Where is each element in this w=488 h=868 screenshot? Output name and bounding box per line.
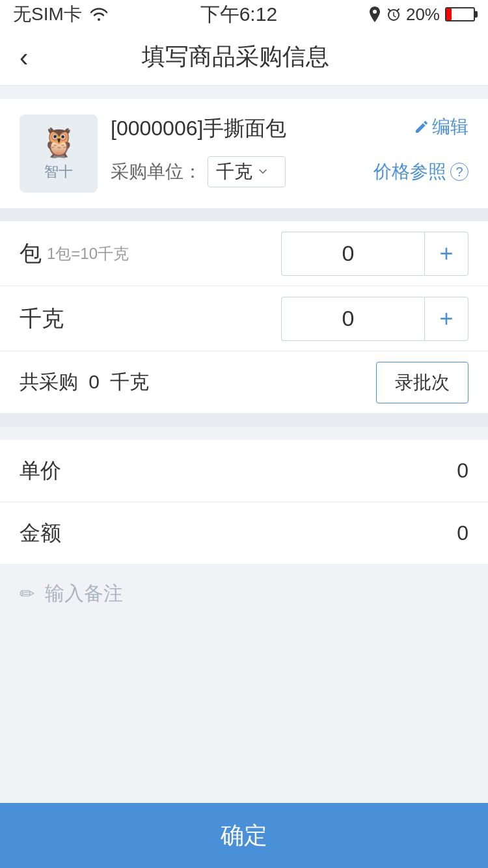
- product-unit-row: 采购单位： 千克 价格参照 ?: [111, 156, 468, 187]
- battery-percent: 20%: [406, 5, 440, 25]
- nav-bar: ‹ 填写商品采购信息: [0, 29, 488, 86]
- kg-label: 千克: [20, 304, 64, 334]
- unit-value: 千克: [216, 159, 252, 184]
- help-icon: ?: [450, 163, 468, 181]
- status-left: 无SIM卡: [13, 2, 109, 27]
- product-img-label: 智十: [44, 162, 73, 182]
- price-ref-label: 价格参照: [373, 159, 446, 184]
- bao-input-right: +: [281, 232, 468, 276]
- product-info: [0000006]手撕面包 编辑 采购单位： 千克 价格参照: [111, 115, 468, 187]
- section-divider-2: [0, 414, 488, 427]
- amount-value: 0: [457, 521, 468, 545]
- unit-label: 采购单位：: [111, 161, 202, 182]
- back-button[interactable]: ‹: [20, 44, 28, 70]
- edit-button[interactable]: 编辑: [414, 115, 468, 139]
- unit-select[interactable]: 千克: [208, 156, 286, 187]
- total-prefix: 共采购: [20, 371, 78, 392]
- quantity-section: 包 1包=10千克 + 千克 +: [0, 221, 488, 351]
- bottom-filler: [0, 623, 488, 818]
- edit-label: 编辑: [432, 115, 468, 139]
- product-name-row: [0000006]手撕面包 编辑: [111, 115, 468, 143]
- status-right: 20%: [368, 5, 475, 25]
- carrier-label: 无SIM卡: [13, 2, 82, 27]
- product-image: 🦉 智十: [20, 115, 98, 193]
- confirm-label: 确定: [221, 820, 267, 852]
- total-unit: 千克: [110, 371, 149, 392]
- wifi-icon: [88, 7, 109, 22]
- remarks-section[interactable]: ✏ 输入备注: [0, 565, 488, 623]
- bao-plus-icon: +: [439, 240, 453, 267]
- total-text: 共采购 0 千克: [20, 369, 149, 396]
- bao-input-row: 包 1包=10千克 +: [0, 221, 488, 286]
- status-time: 下午6:12: [200, 1, 277, 28]
- amount-row: 金额 0: [0, 502, 488, 565]
- kg-plus-button[interactable]: +: [424, 297, 468, 341]
- price-reference-button[interactable]: 价格参照 ?: [373, 159, 468, 184]
- bao-quantity-input[interactable]: [281, 232, 424, 276]
- bao-sublabel: 1包=10千克: [47, 243, 129, 264]
- unit-price-row: 单价 0: [0, 440, 488, 502]
- bao-label: 包: [20, 239, 42, 269]
- unit-price-value: 0: [457, 459, 468, 483]
- unit-label-group: 采购单位： 千克: [111, 156, 286, 187]
- batch-button[interactable]: 录批次: [376, 362, 468, 403]
- confirm-button[interactable]: 确定: [0, 803, 488, 868]
- total-row: 共采购 0 千克 录批次: [0, 351, 488, 414]
- kg-input-row: 千克 +: [0, 286, 488, 351]
- edit-icon: [414, 119, 429, 135]
- location-icon: [368, 7, 381, 22]
- battery-icon: [445, 7, 475, 21]
- amount-label: 金额: [20, 519, 61, 548]
- price-section: 单价 0 金额 0: [0, 440, 488, 565]
- kg-input-right: +: [281, 297, 468, 341]
- status-bar: 无SIM卡 下午6:12 20%: [0, 0, 488, 29]
- product-card: 🦉 智十 [0000006]手撕面包 编辑 采购单位： 千克: [0, 99, 488, 208]
- product-name: [0000006]手撕面包: [111, 115, 286, 143]
- pencil-icon: ✏: [20, 583, 34, 604]
- alarm-icon: [386, 7, 401, 22]
- section-divider-1: [0, 208, 488, 221]
- chevron-down-icon: [256, 165, 269, 178]
- kg-plus-icon: +: [439, 305, 453, 332]
- remarks-placeholder: 输入备注: [45, 580, 123, 607]
- total-value: 0: [88, 371, 100, 392]
- unit-price-label: 单价: [20, 457, 61, 485]
- kg-quantity-input[interactable]: [281, 297, 424, 341]
- page-title: 填写商品采购信息: [41, 41, 429, 73]
- bao-plus-button[interactable]: +: [424, 232, 468, 276]
- product-owl-icon: 🦉: [41, 126, 77, 159]
